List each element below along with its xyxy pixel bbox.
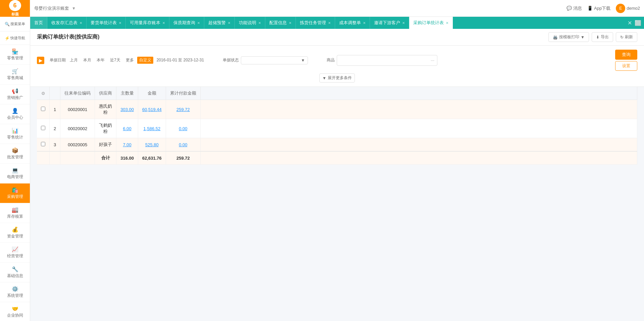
query-button[interactable]: 查询 [615, 50, 637, 60]
refresh-button[interactable]: ↻ 刷新 [616, 32, 637, 42]
goods-search-input[interactable] [340, 57, 431, 64]
row3-amount-link[interactable]: 525.80 [145, 142, 159, 147]
row1-quantity-link[interactable]: 303.00 [120, 107, 134, 112]
column-settings-icon[interactable]: ⚙ [41, 91, 45, 96]
date-shortcuts: 上月 本月 本年 近7天 更多 自定义 [68, 57, 153, 64]
goods-input-wrapper[interactable]: ··· [337, 55, 437, 66]
sidebar-item-enterprise[interactable]: 🤝 企业协同 [0, 302, 30, 321]
footer-num [50, 151, 60, 165]
sidebar-item-finance[interactable]: 💰 资金管理 [0, 223, 30, 243]
tab-config[interactable]: 配置信息 ✕ [265, 17, 296, 29]
tab-collect-close[interactable]: ✕ [79, 21, 82, 25]
row2-paid-link[interactable]: 0.00 [179, 126, 187, 131]
table-row: 1 00020001 惠氏奶粉 303.00 60,519.44 259.72 [37, 100, 637, 119]
sidebar-item-basic[interactable]: 🔧 基础信息 [0, 263, 30, 282]
retail-icon: 🏪 [12, 48, 18, 55]
app-download-button[interactable]: 📱 App下载 [587, 5, 610, 11]
workspace-dropdown-arrow[interactable]: ▼ [72, 6, 76, 11]
sidebar-item-operations[interactable]: 📈 经营管理 [0, 243, 30, 263]
row2-quantity-link[interactable]: 6.00 [123, 126, 131, 131]
row3-checkbox[interactable] [37, 138, 50, 152]
maximize-tab-button[interactable]: ⬜ [635, 20, 641, 26]
sidebar-item-member[interactable]: 👤 会员中心 [0, 104, 30, 124]
row1-num: 1 [50, 100, 60, 119]
quick-nav-item[interactable]: ⚡ 快捷导航 [0, 33, 30, 43]
row3-paid: 0.00 [166, 138, 200, 152]
tab-home[interactable]: 首页 [30, 17, 47, 29]
tab-inventory[interactable]: 可用量库存账本 ✕ [126, 17, 169, 29]
tab-config-label: 配置信息 [269, 20, 287, 26]
sidebar-item-marketing[interactable]: 📢 营销推广 [0, 85, 30, 104]
sidebar-item-retail-stat-label: 零售统计 [7, 135, 23, 140]
sidebar-item-retail[interactable]: 🏪 零售管理 [0, 45, 30, 65]
tab-pick-task[interactable]: 拣货任务管理 ✕ [296, 17, 335, 29]
footer-checkbox [37, 151, 50, 165]
row1-paid-link[interactable]: 259.72 [176, 107, 190, 112]
tab-order-stat-close[interactable]: ✕ [119, 21, 121, 25]
tab-purchase-stat-close[interactable]: ✕ [446, 21, 448, 25]
tab-order-stat[interactable]: 要货单统计表 ✕ [87, 17, 126, 29]
sidebar-item-enterprise-label: 企业协同 [7, 313, 23, 318]
date-shortcut-this-month[interactable]: 本月 [81, 57, 93, 64]
sidebar-item-ecommerce[interactable]: 💻 电商管理 [0, 164, 30, 183]
row3-checkbox-input[interactable] [41, 142, 45, 146]
sidebar-item-purchase[interactable]: 🛍️ 采购管理 [0, 183, 30, 203]
status-select[interactable]: ▼ [241, 56, 308, 64]
tab-cost-adj-close[interactable]: ✕ [363, 21, 366, 25]
tab-func-desc[interactable]: 功能说明 ✕ [235, 17, 265, 29]
row2-checkbox[interactable] [37, 119, 50, 138]
table-row: 3 00020005 好孩子 7.00 525.80 0.00 [37, 138, 637, 152]
expand-more-button[interactable]: ▼ 展开更多条件 [319, 73, 355, 83]
tab-overstock[interactable]: 超储预警 ✕ [204, 17, 235, 29]
footer-label [60, 151, 95, 165]
search-menu-item[interactable]: 🔍 搜索菜单 [2, 19, 28, 29]
sidebar-item-wholesale[interactable]: 📦 批发管理 [0, 144, 30, 164]
row2-checkbox-input[interactable] [41, 126, 45, 130]
date-shortcut-this-year[interactable]: 本年 [95, 57, 107, 64]
status-filter: 单据状态 ▼ [223, 56, 308, 64]
print-button[interactable]: 🖨️ 按模板打印 ▼ [548, 32, 589, 42]
settings-button[interactable]: 设置 [615, 61, 637, 71]
refresh-label: 刷新 [625, 34, 633, 40]
row3-paid-link[interactable]: 0.00 [179, 142, 187, 147]
tab-invite[interactable]: 邀请下游客户 ✕ [370, 17, 409, 29]
tab-pick-task-close[interactable]: ✕ [328, 21, 331, 25]
tab-invite-close[interactable]: ✕ [402, 21, 405, 25]
table-scroll[interactable]: ⚙ 往来单位编码 供应商 主数量 金额 累计付款金额 [30, 87, 644, 321]
app-logo: 6 标题 [0, 0, 30, 17]
export-button[interactable]: ⬇ 导出 [592, 32, 613, 42]
close-tab-button[interactable]: ✕ [628, 20, 632, 26]
row2-num: 2 [50, 119, 60, 138]
row1-checkbox[interactable] [37, 100, 50, 119]
date-custom-label[interactable]: 自定义 [137, 57, 153, 64]
row3-quantity-link[interactable]: 7.00 [123, 142, 131, 147]
tab-inventory-close[interactable]: ✕ [162, 21, 165, 25]
sidebar-item-system[interactable]: ⚙️ 系统管理 [0, 282, 30, 302]
tab-config-close[interactable]: ✕ [289, 21, 291, 25]
date-filter: 单据日期 上月 本月 本年 近7天 更多 自定义 2016-01-01 至 20… [50, 57, 204, 64]
print-label: 按模板打印 [559, 34, 579, 40]
user-menu[interactable]: E demo2 [616, 4, 640, 13]
tab-collect[interactable]: 收发存汇总表 ✕ [47, 17, 87, 29]
sidebar-item-retail-stat[interactable]: 📊 零售统计 [0, 124, 30, 144]
date-shortcut-last-month[interactable]: 上月 [68, 57, 80, 64]
row2-amount-link[interactable]: 1,586.52 [144, 126, 161, 131]
sidebar-item-retail-shop[interactable]: 🛒 零售商城 [0, 65, 30, 85]
filter-expand-button[interactable]: ▶ [37, 57, 44, 64]
row1-checkbox-input[interactable] [41, 107, 45, 111]
tab-home-label: 首页 [34, 20, 43, 26]
tab-cost-adj[interactable]: 成本调整单 ✕ [335, 17, 370, 29]
tab-purchase-stat[interactable]: 采购订单统计表 ✕ [409, 17, 453, 29]
tab-expiry-close[interactable]: ✕ [197, 21, 200, 25]
tab-func-desc-close[interactable]: ✕ [258, 21, 261, 25]
message-button[interactable]: 💬 消息 [567, 5, 582, 11]
sidebar-item-inventory[interactable]: 🏭 库存核算 [0, 203, 30, 223]
row1-amount-link[interactable]: 60,519.44 [142, 107, 162, 112]
date-shortcut-7days[interactable]: 近7天 [108, 57, 122, 64]
operations-icon: 📈 [12, 246, 18, 253]
tab-cost-adj-label: 成本调整单 [339, 20, 361, 26]
tab-overstock-close[interactable]: ✕ [228, 21, 230, 25]
row3-amount: 525.80 [138, 138, 166, 152]
tab-expiry[interactable]: 保质期查询 ✕ [169, 17, 204, 29]
date-shortcut-more[interactable]: 更多 [124, 57, 136, 64]
